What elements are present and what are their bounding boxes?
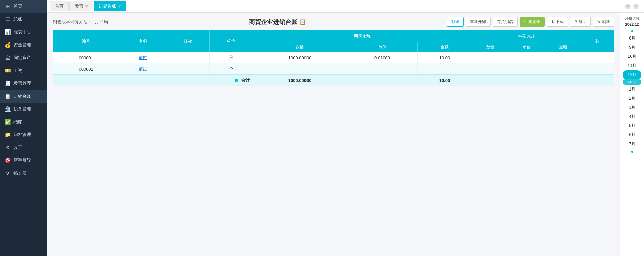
sidebar-item-fixed-assets[interactable]: 🏛 固定资产 — [0, 51, 47, 64]
save-as-button[interactable]: 存货别名 — [493, 17, 518, 27]
col-ci-amount: 金额 — [545, 42, 581, 52]
reports-icon: 📊 — [5, 29, 11, 35]
col-no: 编号 — [53, 30, 119, 52]
month-6[interactable]: 6月 — [620, 130, 644, 139]
month-3[interactable]: 3月 — [620, 103, 644, 112]
tax-icon: 🏦 — [5, 106, 11, 112]
home-icon: ⊞ — [5, 3, 11, 9]
total-ci-price — [508, 75, 545, 86]
table-wrap: 编号 名称 规格 单位 期初余额 本期入库 数 数量 单价 金额 数 — [53, 30, 614, 252]
tab-home-label: 首页 — [55, 3, 64, 9]
total-row: ▣ 合计 1000.00000 10.00 — [53, 75, 614, 86]
sidebar-item-reports[interactable]: 📊 报表中心 — [0, 26, 47, 39]
page-title-icon[interactable]: 📋 — [299, 19, 306, 25]
help-button[interactable]: ? 帮助 — [570, 17, 591, 27]
tab-purchase-sales-label: 进销台账 — [99, 3, 116, 9]
tab-purchase-sales[interactable]: 进销台账 ✕ — [94, 1, 126, 11]
month-panel-title: 月份选择 — [620, 15, 644, 22]
sidebar-item-salary[interactable]: 💴 工资 — [0, 64, 47, 77]
sidebar-item-guide[interactable]: 🎯 新手引导 — [0, 154, 47, 167]
sidebar-item-label: 资金管理 — [13, 42, 31, 48]
sidebar-item-ledger[interactable]: ☰ 总账 — [0, 13, 47, 26]
cell-spec — [167, 52, 209, 63]
refresh-icon: ↻ — [597, 20, 601, 24]
sidebar-item-label: 首页 — [13, 3, 22, 9]
cell-ob-qty — [253, 63, 347, 75]
settlement-icon: ✅ — [5, 119, 11, 125]
sidebar-item-funds[interactable]: 💰 资金管理 — [0, 39, 47, 51]
col-ci-qty: 数量 — [472, 42, 508, 52]
window-maximize-button[interactable]: ⤢ — [633, 4, 639, 9]
tab-invoice[interactable]: 发票 ✕ — [69, 1, 93, 11]
sidebar-item-settlement[interactable]: ✅ 结账 — [0, 116, 47, 128]
month-10[interactable]: 10月 — [620, 52, 644, 61]
cost-method-label: 销售成本计算方法： — [53, 19, 92, 25]
sidebar-item-label: 工资 — [13, 68, 22, 74]
sidebar-item-label: 进销台账 — [13, 93, 31, 99]
tab-home[interactable]: 首页 — [50, 1, 69, 11]
cell-extra — [581, 63, 614, 75]
toolbar-buttons: 对账 重新开账 存货别名 生成凭证 ⬇ 下载 ? 帮助 ↻ 刷新 — [447, 17, 614, 27]
sidebar-item-label: 固定资产 — [13, 55, 31, 61]
cell-ob-amount — [417, 63, 472, 75]
sidebar-item-purchase-sales[interactable]: 📋 进销台账 — [0, 90, 47, 103]
month-9[interactable]: 9月 — [620, 43, 644, 52]
tab-invoice-label: 发票 — [75, 3, 83, 9]
content-area: 销售成本计算方法： 月平均 商贸企业进销台账 📋 对账 重新开账 存货别名 生成… — [47, 13, 620, 256]
month-5[interactable]: 5月 — [620, 121, 644, 130]
cell-ci-price — [508, 63, 545, 75]
reconcile-button[interactable]: 对账 — [447, 17, 464, 27]
total-ob-amount: 10.00 — [417, 75, 472, 86]
page-title-text: 商贸企业进销台账 — [249, 18, 297, 26]
refresh-label: 刷新 — [602, 19, 610, 25]
sidebar-item-member[interactable]: V 畅会员 — [0, 167, 47, 180]
month-1[interactable]: 1月 — [620, 85, 644, 94]
month-8[interactable]: 8月 — [620, 34, 644, 43]
page-area: 销售成本计算方法： 月平均 商贸企业进销台账 📋 对账 重新开账 存货别名 生成… — [47, 13, 644, 256]
cell-no: 000002 — [53, 63, 119, 75]
cell-name[interactable]: 前缸 — [119, 63, 167, 75]
total-ob-qty: 1000.00000 — [253, 75, 347, 86]
total-ci-qty — [472, 75, 508, 86]
sidebar-item-invoice-mgmt[interactable]: 🧾 发票管理 — [0, 77, 47, 90]
month-4[interactable]: 4月 — [620, 112, 644, 121]
month-scroll-up[interactable]: ▲ — [620, 27, 644, 34]
reopen-button[interactable]: 重新开账 — [466, 17, 491, 27]
cell-spec — [167, 63, 209, 75]
sidebar-item-tax[interactable]: 🏦 税务管理 — [0, 103, 47, 116]
window-controls: ✕ ⤢ — [625, 4, 641, 9]
settings-icon: ⚙ — [5, 145, 11, 151]
month-7[interactable]: 7月 — [620, 139, 644, 149]
month-12[interactable]: 12月 — [623, 70, 641, 79]
cell-unit: 个 — [210, 63, 253, 75]
refresh-button[interactable]: ↻ 刷新 — [593, 17, 614, 27]
guide-icon: 🎯 — [5, 157, 11, 163]
generate-voucher-button[interactable]: 生成凭证 — [520, 17, 545, 27]
window-close-button[interactable]: ✕ — [625, 4, 631, 9]
close-invoice-tab[interactable]: ✕ — [85, 4, 88, 9]
total-extra — [581, 75, 614, 86]
cell-ob-qty: 1000.00000 — [253, 52, 347, 63]
tab-bar: 首页 发票 ✕ 进销台账 ✕ ✕ ⤢ — [47, 0, 644, 13]
download-button[interactable]: ⬇ 下载 — [547, 17, 568, 27]
sidebar-item-archive[interactable]: 📁 归档管理 — [0, 128, 47, 141]
close-purchase-sales-tab[interactable]: ✕ — [118, 4, 121, 9]
month-11[interactable]: 11月 — [620, 61, 644, 70]
cell-name[interactable]: 前缸 — [119, 52, 167, 63]
sidebar-item-home[interactable]: ⊞ 首页 — [0, 0, 47, 13]
cell-ci-price — [508, 52, 545, 63]
header-bar: 销售成本计算方法： 月平均 商贸企业进销台账 📋 对账 重新开账 存货别名 生成… — [53, 17, 614, 27]
sidebar-item-label: 税务管理 — [13, 106, 31, 112]
col-opening-balance: 期初余额 — [253, 30, 472, 42]
month-2[interactable]: 2月 — [620, 94, 644, 103]
salary-icon: 💴 — [5, 68, 11, 74]
month-scroll-down[interactable]: ▼ — [620, 149, 644, 155]
col-extra: 数 — [581, 30, 614, 52]
year-2023-badge: 2023 — [623, 79, 641, 85]
month-year-2022: 2022.12 — [620, 22, 644, 27]
col-name: 名称 — [119, 30, 167, 52]
help-label: 帮助 — [578, 19, 586, 25]
col-ob-qty: 数量 — [253, 42, 347, 52]
cell-ci-qty — [472, 63, 508, 75]
sidebar-item-settings[interactable]: ⚙ 设置 — [0, 141, 47, 154]
